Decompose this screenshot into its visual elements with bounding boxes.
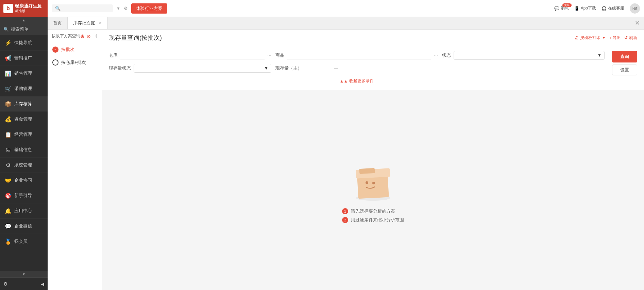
refresh-button[interactable]: ↺ 刷新 bbox=[624, 35, 637, 41]
marketing-icon: 📢 bbox=[5, 55, 12, 61]
settings-scheme-icon[interactable]: ⊛ bbox=[87, 34, 91, 39]
tip-text-2: 用过滤条件来缩小分析范围 bbox=[351, 217, 404, 223]
product-input[interactable] bbox=[287, 52, 431, 59]
sidebar-item-label: 采购管理 bbox=[14, 86, 32, 92]
sales-icon: 📊 bbox=[5, 70, 12, 77]
refresh-label: 刷新 bbox=[629, 35, 637, 41]
sidebar-item-label: 营销推广 bbox=[14, 55, 32, 61]
topbar: 🔍 ▼ ⚙ 体验行业方案 💬 消息 99+ 📱 App下载 🎧 在线客服 bbox=[48, 0, 644, 17]
sidebar-item-system[interactable]: ⚙ 系统管理 bbox=[0, 158, 48, 173]
sidebar-scroll-down[interactable]: ▼ bbox=[0, 271, 48, 277]
right-content: 现存量查询(按批次) 🖨 按模板打印 ▼ ↑ 导出 ↺ 刷新 bbox=[102, 30, 644, 290]
app-logo: b bbox=[3, 4, 13, 13]
phone-icon: 📱 bbox=[574, 6, 579, 11]
status-label: 状态 bbox=[442, 52, 451, 58]
app-download-button[interactable]: 📱 App下载 bbox=[574, 5, 596, 11]
tab-close-icon[interactable]: ✕ bbox=[99, 21, 102, 25]
page-actions: 🖨 按模板打印 ▼ ↑ 导出 ↺ 刷新 bbox=[575, 35, 637, 41]
sidebar-item-inventory[interactable]: 📦 库存核算 bbox=[0, 96, 48, 112]
print-dropdown-icon[interactable]: ▼ bbox=[602, 35, 606, 40]
sidebar-item-sales[interactable]: 📊 销售管理 bbox=[0, 66, 48, 81]
scheme-item-by-warehouse-batch[interactable]: 按仓库+批次 bbox=[48, 56, 102, 69]
sidebar-item-label: 系统管理 bbox=[14, 162, 32, 168]
sidebar-item-marketing[interactable]: 📢 营销推广 bbox=[0, 51, 48, 66]
sidebar-header: b 畅康通好生意 标准版 bbox=[0, 0, 48, 17]
warehouse-more-icon[interactable]: ··· bbox=[267, 53, 271, 58]
left-panel-title: 按以下方案查询 bbox=[52, 33, 80, 39]
settings-button[interactable]: 设置 bbox=[612, 65, 637, 75]
refresh-icon: ↺ bbox=[624, 35, 628, 40]
sidebar-item-label: 新手引导 bbox=[14, 193, 32, 199]
settings-gear-icon[interactable]: ⚙ bbox=[124, 6, 128, 11]
stock-main-filter: 现存量（主） — bbox=[275, 65, 438, 72]
dropdown-icon[interactable]: ▼ bbox=[116, 6, 120, 11]
page-content: 按以下方案查询 ⊕ ⊛ 《 ✓ 按批次 按仓库+批次 现存量查询(按批次) bbox=[48, 30, 644, 290]
tab-inventory-batch[interactable]: 库存批次账 ✕ bbox=[68, 17, 108, 29]
sidebar: b 畅康通好生意 标准版 ▲ 🔍 搜索菜单 ⚡ 快捷导航 📢 营销推广 📊 销售… bbox=[0, 0, 48, 290]
status-select[interactable]: ▼ bbox=[454, 51, 605, 60]
range-separator: — bbox=[334, 66, 338, 71]
sidebar-item-quick-nav[interactable]: ⚡ 快捷导航 bbox=[0, 35, 48, 51]
add-scheme-icon[interactable]: ⊕ bbox=[80, 33, 85, 39]
filter-row-1: 仓库 ··· 商品 ··· 状态 bbox=[109, 51, 605, 60]
top-search-bar[interactable]: 🔍 bbox=[52, 4, 113, 12]
sidebar-item-enterprise[interactable]: 🤝 企业协同 bbox=[0, 173, 48, 188]
collapse-filters-button[interactable]: ▲▲ 收起更多条件 bbox=[109, 77, 605, 85]
stock-status-arrow-icon: ▼ bbox=[264, 66, 268, 71]
settings-icon[interactable]: ⚙ bbox=[3, 281, 8, 287]
sidebar-item-members[interactable]: 🏅 畅会员 bbox=[0, 234, 48, 249]
collapse-label: 收起更多条件 bbox=[349, 78, 374, 84]
online-support-button[interactable]: 🎧 在线客服 bbox=[601, 5, 624, 11]
app-title-block: 畅康通好生意 标准版 bbox=[15, 3, 41, 14]
stock-main-max-input[interactable] bbox=[340, 65, 368, 72]
sidebar-item-label: 企业微信 bbox=[14, 223, 32, 229]
tab-inventory-batch-label: 库存批次账 bbox=[73, 20, 95, 26]
app-name: 畅康通好生意 bbox=[15, 3, 41, 9]
sidebar-item-basics[interactable]: 🗂 基础信息 bbox=[0, 142, 48, 158]
product-more-icon[interactable]: ··· bbox=[434, 53, 438, 58]
app-download-label: App下载 bbox=[581, 5, 596, 11]
trial-button[interactable]: 体验行业方案 bbox=[131, 3, 167, 14]
sidebar-item-label: 销售管理 bbox=[14, 70, 32, 76]
export-label: 导出 bbox=[613, 35, 621, 41]
collapse-icon: ▲▲ bbox=[340, 79, 348, 84]
sidebar-item-label: 快捷导航 bbox=[14, 40, 32, 46]
warehouse-input[interactable] bbox=[120, 52, 265, 59]
scheme-item-by-batch[interactable]: ✓ 按批次 bbox=[48, 43, 102, 56]
search-icon: 🔍 bbox=[3, 27, 9, 32]
collapse-panel-icon[interactable]: 《 bbox=[93, 33, 98, 39]
empty-tip-2: 2 用过滤条件来缩小分析范围 bbox=[342, 217, 404, 223]
members-icon: 🏅 bbox=[5, 238, 12, 245]
sidebar-item-newbie[interactable]: 🎯 新手引导 bbox=[0, 188, 48, 203]
query-button[interactable]: 查询 bbox=[612, 51, 637, 62]
sidebar-item-apps[interactable]: 🔔 应用中心 bbox=[0, 203, 48, 219]
top-search-input[interactable] bbox=[63, 6, 109, 11]
stock-main-min-input[interactable] bbox=[305, 65, 332, 72]
sidebar-item-purchase[interactable]: 🛒 采购管理 bbox=[0, 81, 48, 96]
export-button[interactable]: ↑ 导出 bbox=[609, 35, 621, 41]
stock-status-select[interactable]: ▼ bbox=[134, 64, 271, 73]
topbar-left: 🔍 ▼ ⚙ 体验行业方案 bbox=[52, 3, 167, 14]
sidebar-item-label: 应用中心 bbox=[14, 208, 32, 214]
sidebar-item-label: 经营管理 bbox=[14, 131, 32, 138]
collapse-sidebar-icon[interactable]: ◀ bbox=[41, 282, 44, 287]
print-template-button[interactable]: 🖨 按模板打印 ▼ bbox=[575, 35, 606, 41]
filter-row-2: 现存量状态 ▼ 现存量（主） — bbox=[109, 64, 605, 73]
quick-nav-icon: ⚡ bbox=[5, 39, 12, 46]
empty-svg bbox=[349, 157, 397, 201]
sidebar-scroll-up[interactable]: ▲ bbox=[0, 17, 48, 23]
scheme-dot-by-warehouse-batch bbox=[52, 59, 58, 66]
user-menu[interactable]: Rit bbox=[630, 3, 640, 14]
close-all-tabs-button[interactable]: ✕ bbox=[631, 19, 644, 27]
stock-status-filter: 现存量状态 ▼ bbox=[109, 64, 271, 73]
empty-state: 1 请先选择要分析的方案 2 用过滤条件来缩小分析范围 bbox=[102, 90, 644, 290]
warehouse-label: 仓库 bbox=[109, 52, 118, 58]
tab-home[interactable]: 首页 bbox=[48, 17, 68, 29]
sidebar-item-wechat[interactable]: 💬 企业微信 bbox=[0, 219, 48, 234]
sidebar-item-finance[interactable]: 💰 资金管理 bbox=[0, 112, 48, 127]
messages-button[interactable]: 💬 消息 99+ bbox=[554, 5, 569, 11]
sidebar-search[interactable]: 🔍 搜索菜单 bbox=[0, 23, 48, 35]
sidebar-item-operations[interactable]: 📋 经营管理 bbox=[0, 127, 48, 142]
sidebar-item-label: 基础信息 bbox=[14, 147, 32, 153]
headset-icon: 🎧 bbox=[601, 6, 607, 11]
